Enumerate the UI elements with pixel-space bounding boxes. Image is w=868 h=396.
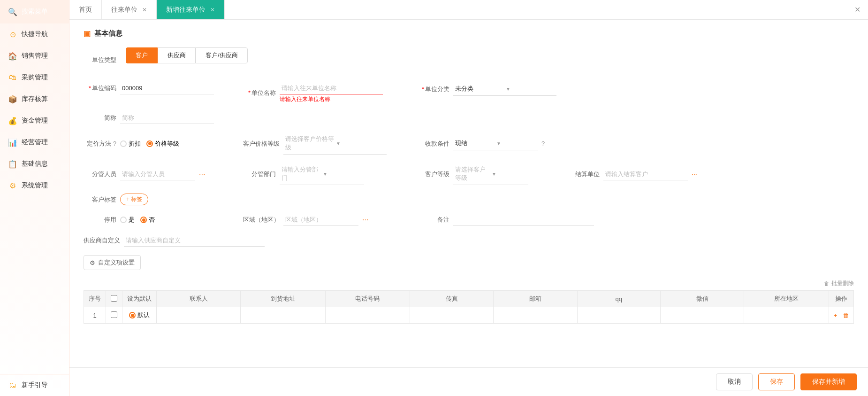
row-address[interactable] (241, 307, 325, 324)
col-region: 所在地区 (744, 291, 829, 307)
select-all-checkbox[interactable] (111, 295, 117, 302)
row-email[interactable] (494, 307, 577, 324)
row-delete-btn[interactable]: 🗑 (843, 312, 849, 319)
add-tag-button[interactable]: + 标签 (120, 194, 148, 205)
tabs-close-all[interactable]: ✕ (847, 0, 868, 19)
region-dots[interactable]: ··· (362, 216, 368, 224)
manager-dots[interactable]: ··· (199, 170, 205, 179)
sidebar-item-search[interactable]: 🔍 搜索菜单 (0, 0, 69, 23)
tab-partner[interactable]: 往来单位 ✕ (102, 0, 157, 19)
fax-input[interactable] (415, 312, 488, 319)
row-phone[interactable] (325, 307, 410, 324)
col-qq: qq (577, 291, 660, 307)
unit-category-select[interactable]: 未分类 ▼ (453, 82, 556, 96)
payment-terms-help-icon[interactable]: ? (541, 140, 545, 147)
unit-category-label: 单位分类 (417, 85, 449, 93)
tab-new-partner-close[interactable]: ✕ (210, 7, 215, 13)
row-location[interactable] (744, 307, 829, 324)
department-label: 分管部门 (243, 170, 276, 179)
region-input[interactable] (283, 214, 358, 226)
customer-tag-label: 客户标签 (84, 195, 116, 204)
short-name-label: 简称 (84, 114, 116, 122)
qq-input[interactable] (582, 312, 655, 319)
payment-terms-label: 收款条件 (417, 140, 449, 148)
short-name-input[interactable] (120, 112, 214, 124)
row-fax[interactable] (410, 307, 493, 324)
unit-name-input[interactable] (280, 82, 383, 94)
row-add-btn[interactable]: + (834, 312, 838, 319)
tab-partner-close[interactable]: ✕ (142, 7, 147, 13)
customer-price-level-select[interactable]: 请选择客户价格等级 ▼ (283, 132, 387, 155)
tab-new-partner[interactable]: 新增往来单位 ✕ (157, 0, 225, 19)
content-area: ▣ 基本信息 单位类型 客户 供应商 客户/供应商 单位编码 单位名称 请输入往… (69, 20, 868, 367)
radio-yes-circle (120, 217, 127, 223)
section-header: ▣ 基本信息 (84, 29, 854, 38)
payment-terms-field: 收款条件 现结 ▼ ? (417, 137, 604, 150)
radio-disabled-no[interactable]: 否 (140, 216, 155, 224)
supplier-custom-row: 供应商自定义 (84, 234, 854, 247)
phone-input[interactable] (330, 312, 405, 319)
wechat-input[interactable] (665, 312, 739, 319)
section-header-icon: ▣ (84, 29, 91, 38)
sidebar-item-finance[interactable]: 💰 资金管理 (0, 110, 69, 132)
department-field: 分管部门 请输入分管部门 ▼ (243, 163, 407, 185)
supplier-custom-field: 供应商自定义 (84, 234, 318, 247)
location-input[interactable] (749, 312, 823, 319)
short-name-row: 简称 (84, 112, 854, 124)
row-contact[interactable] (157, 307, 241, 324)
tab-home[interactable]: 首页 (69, 0, 102, 19)
settlement-unit-input[interactable] (603, 168, 688, 180)
disabled-radios: 是 否 (120, 216, 155, 224)
customer-level-label: 客户等级 (417, 170, 449, 179)
row-qq[interactable] (577, 307, 660, 324)
row-default-radio[interactable]: 默认 (127, 311, 152, 319)
disabled-row: 停用 是 否 区域（地区） ··· 备注 (84, 214, 854, 226)
email-input[interactable] (498, 312, 572, 319)
department-select[interactable]: 请输入分管部门 ▼ (280, 163, 364, 185)
batch-delete-icon: 🗑 (824, 280, 830, 287)
manager-field: 分管人员 ··· (84, 168, 234, 180)
radio-discount[interactable]: 折扣 (120, 140, 141, 148)
custom-settings-button[interactable]: ⚙ 自定义项设置 (84, 255, 141, 270)
type-btn-supplier[interactable]: 供应商 (158, 47, 196, 63)
type-btn-customer[interactable]: 客户 (126, 47, 158, 63)
sidebar-item-sales[interactable]: 🏠 销售管理 (0, 45, 69, 67)
pricing-help-icon[interactable]: ? (113, 140, 116, 147)
settlement-unit-dots[interactable]: ··· (692, 170, 698, 179)
unit-code-input[interactable] (120, 82, 214, 94)
table-toolbar: 🗑 批量删除 (84, 280, 854, 287)
customer-tag-row: 客户标签 + 标签 (84, 194, 854, 205)
batch-delete-btn[interactable]: 🗑 批量删除 (824, 280, 854, 287)
row-wechat[interactable] (661, 307, 744, 324)
unit-name-label: 单位名称 (243, 89, 276, 97)
radio-no-circle (140, 217, 147, 223)
sidebar-item-guide[interactable]: 🗂 新手引导 (0, 374, 69, 396)
supplier-custom-input[interactable] (124, 234, 265, 247)
col-wechat: 微信 (661, 291, 744, 307)
sidebar-item-operations[interactable]: 📊 经营管理 (0, 132, 69, 153)
sidebar-item-quick-nav[interactable]: ⊙ 快捷导航 (0, 23, 69, 45)
sidebar-item-system[interactable]: ⚙ 系统管理 (0, 175, 69, 196)
disabled-label: 停用 (84, 216, 116, 224)
customer-level-select[interactable]: 请选择客户等级 ▼ (453, 163, 528, 185)
save-new-button[interactable]: 保存并新增 (800, 373, 857, 390)
type-btn-both[interactable]: 客户/供应商 (196, 47, 248, 63)
main-area: 首页 往来单位 ✕ 新增往来单位 ✕ ✕ ▣ 基本信息 单位类型 客户 供应商 … (69, 0, 868, 396)
contact-input[interactable] (161, 312, 236, 319)
radio-price-level[interactable]: 价格等级 (146, 140, 179, 148)
cancel-button[interactable]: 取消 (716, 373, 753, 390)
customer-level-caret: ▼ (492, 171, 526, 177)
guide-icon: 🗂 (8, 380, 18, 390)
row-checkbox[interactable] (111, 311, 117, 318)
payment-terms-select[interactable]: 现结 ▼ (453, 137, 538, 150)
save-button[interactable]: 保存 (758, 373, 795, 390)
sidebar-item-basic-info[interactable]: 📋 基础信息 (0, 153, 69, 175)
remark-label: 备注 (417, 216, 449, 224)
sidebar-item-purchase[interactable]: 🛍 采购管理 (0, 67, 69, 88)
sidebar-item-inventory[interactable]: 📦 库存核算 (0, 88, 69, 110)
manager-input[interactable] (120, 168, 195, 180)
address-input[interactable] (245, 312, 320, 319)
radio-disabled-yes[interactable]: 是 (120, 216, 135, 224)
remark-input[interactable] (453, 214, 594, 226)
short-name-field: 简称 (84, 112, 234, 124)
